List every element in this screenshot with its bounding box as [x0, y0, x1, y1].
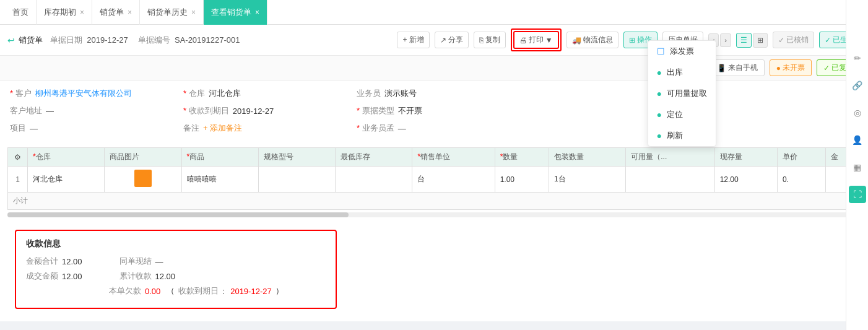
locate-icon: ●	[657, 110, 662, 119]
transaction-amount-value: 12.00	[62, 272, 82, 281]
col-min-stock: 最低库存	[336, 148, 412, 167]
right-sidebar: ✏ 🔗 ◎ 👤 ▦ ⛶	[846, 0, 868, 321]
row-image	[105, 167, 181, 193]
outbound-icon: ●	[657, 67, 662, 77]
scroll-thumb[interactable]	[7, 212, 349, 217]
doc-date-value: 2019-12-27	[87, 35, 128, 45]
col-price: 单价	[778, 148, 826, 167]
row-unit: 台	[412, 167, 495, 193]
col-unit: *销售单位	[412, 148, 495, 167]
dropdown-locate[interactable]: ● 定位	[648, 104, 716, 125]
cancelled-status: ✓ 已核销	[773, 32, 814, 48]
tab-home-label: 首页	[12, 7, 28, 18]
horizontal-scrollbar[interactable]	[7, 212, 861, 217]
tab-sales-history-label: 销货单历史	[147, 7, 188, 18]
row-num: 1	[8, 167, 28, 193]
tab-sales-close[interactable]: ×	[128, 8, 132, 17]
copy-icon: ⎘	[479, 36, 484, 45]
main-toolbar: ↩ 销货单 单据日期 2019-12-27 单据编号 SA-20191227-0…	[0, 25, 868, 56]
not-opened-button[interactable]: ● 未开票	[770, 59, 812, 76]
col-available: 可用量（...	[626, 148, 714, 167]
second-toolbar: 📱 来自手机 ● 未开票 ✓ 已复核	[0, 56, 868, 80]
tab-sales[interactable]: 销货单 ×	[92, 0, 140, 25]
dropdown-outbound[interactable]: ● 出库	[648, 62, 716, 83]
sidebar-expand-icon[interactable]: ⛶	[849, 186, 866, 203]
total-amount-value: 12.00	[62, 257, 82, 266]
warehouse-field: * 仓库 河北仓库	[183, 88, 344, 99]
dropdown-add-invoice[interactable]: ☐ 添发票	[648, 41, 716, 62]
toolbar-actions: + 新增 ↗ 分享 ⎘ 复制 🖨 打印 ▼ 🚚 物流信息 ⊞	[397, 28, 861, 51]
items-table: ⚙ *仓库 商品图片 *商品 规格型号 最低库存 *销售单位 *数量 包装数量 …	[7, 147, 861, 210]
copy-button[interactable]: ⎘ 复制	[474, 32, 506, 48]
col-settings[interactable]: ⚙	[8, 148, 28, 167]
salesperson-field: 业务员 演示账号	[357, 88, 518, 99]
payment-title: 收款信息	[26, 238, 326, 250]
table-row: 1 河北仓库 嘻嘻嘻嘻 台 1.00 1台 12.00 0.	[8, 167, 861, 193]
customer-field: * 客户 柳州粤港平安气体有限公司	[10, 88, 171, 99]
table-wrap[interactable]: ⚙ *仓库 商品图片 *商品 规格型号 最低库存 *销售单位 *数量 包装数量 …	[7, 147, 861, 220]
tab-sales-history-close[interactable]: ×	[191, 8, 196, 17]
project-value: —	[30, 124, 38, 133]
tab-bar: 首页 库存期初 × 销货单 × 销货单历史 × 查看销货单 × ×	[0, 0, 868, 25]
row-package-qty: 1台	[549, 167, 625, 193]
from-phone-button[interactable]: 📱 来自手机	[710, 59, 765, 76]
row-product: 嘻嘻嘻嘻	[181, 167, 258, 193]
cumulative-receipts-value: 12.00	[155, 272, 176, 281]
tab-inventory[interactable]: 库存期初 ×	[37, 0, 92, 25]
transaction-amount-item: 成交金额 12.00	[26, 271, 82, 282]
warehouse-value: 河北仓库	[209, 88, 241, 99]
available-qty-label: 可用量提取	[667, 88, 707, 99]
row-warehouse: 河北仓库	[28, 167, 105, 193]
customer-value[interactable]: 柳州粤港平安气体有限公司	[35, 88, 132, 99]
print-button[interactable]: 🖨 打印 ▼	[513, 31, 559, 49]
subtotal-row: 小计	[8, 193, 861, 210]
truck-icon: 🚚	[572, 36, 581, 45]
tab-home[interactable]: 首页	[5, 0, 37, 25]
row-price: 0.	[778, 167, 826, 193]
same-order-value: —	[155, 257, 163, 266]
doc-date-label: 单据日期 2019-12-27	[50, 35, 128, 46]
view-icons: ☰ ⊞	[736, 33, 768, 48]
share-icon: ↗	[440, 36, 446, 45]
add-note-button[interactable]: + 添加备注	[203, 123, 242, 134]
col-product: *商品	[181, 148, 258, 167]
col-spec: 规格型号	[258, 148, 335, 167]
address-field: 客户地址 —	[10, 105, 171, 116]
add-invoice-icon: ☐	[657, 46, 665, 56]
logistics-button[interactable]: 🚚 物流信息	[566, 32, 618, 48]
outstanding-item: 本单欠款 0.00 （ 收款到期日 : 2019-12-27 ）	[109, 285, 284, 297]
next-arrow[interactable]: ›	[720, 33, 731, 47]
sidebar-person-icon[interactable]: 👤	[849, 131, 866, 149]
tab-view-sales-close[interactable]: ×	[255, 8, 259, 17]
share-button[interactable]: ↗ 分享	[435, 32, 469, 48]
doc-title: ↩ 销货单	[7, 35, 43, 46]
tab-view-sales-label: 查看销货单	[211, 7, 251, 18]
dropdown-available-qty[interactable]: ● 可用量提取	[648, 83, 716, 104]
form-section: * 客户 柳州粤港平安气体有限公司 * 仓库 河北仓库 业务员 演示账号 客户地…	[0, 80, 868, 147]
tab-sales-label: 销货单	[100, 7, 124, 18]
row-available	[626, 167, 714, 193]
invoice-type-field: * 票据类型 不开票	[357, 105, 518, 116]
new-button[interactable]: + 新增	[397, 32, 429, 48]
plus-icon: +	[203, 123, 208, 132]
sidebar-grid-icon[interactable]: ▦	[849, 158, 866, 176]
dot-icon: ●	[776, 64, 781, 72]
table-section: ⚙ *仓库 商品图片 *商品 规格型号 最低库存 *销售单位 *数量 包装数量 …	[0, 147, 868, 225]
tab-view-sales[interactable]: 查看销货单 ×	[204, 0, 267, 25]
grid-view-icon[interactable]: ⊞	[753, 33, 768, 48]
form-row-3: 项目 — 备注 + 添加备注 * 业务员孟 —	[10, 123, 858, 134]
sidebar-link-icon[interactable]: 🔗	[849, 77, 866, 94]
list-view-icon[interactable]: ☰	[736, 33, 752, 48]
salesperson2-field: * 业务员孟 —	[357, 123, 518, 134]
dropdown-refresh[interactable]: ● 刷新	[648, 125, 716, 146]
payment-row-3: 本单欠款 0.00 （ 收款到期日 : 2019-12-27 ）	[26, 285, 326, 297]
doc-type-label: 销货单	[19, 35, 43, 46]
tab-sales-history[interactable]: 销货单历史 ×	[140, 0, 204, 25]
phone-icon: 📱	[717, 64, 726, 72]
sidebar-edit-icon[interactable]: ✏	[849, 50, 866, 67]
project-field: 项目 —	[10, 123, 171, 134]
sidebar-circle-icon[interactable]: ◎	[849, 104, 866, 121]
tab-inventory-close[interactable]: ×	[80, 8, 84, 17]
subtotal-label: 小计	[8, 193, 861, 210]
form-row-1: * 客户 柳州粤港平安气体有限公司 * 仓库 河北仓库 业务员 演示账号	[10, 88, 858, 99]
